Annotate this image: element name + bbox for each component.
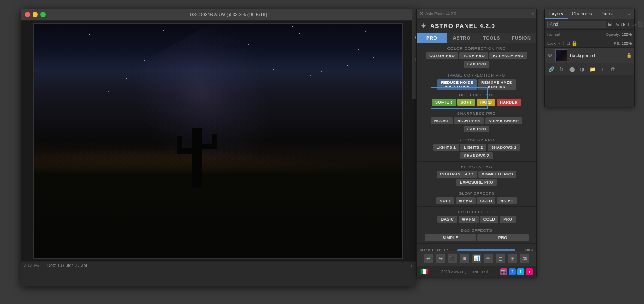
lights2-button[interactable]: LIGHTS 2	[460, 144, 486, 151]
contrast-pro-button[interactable]: CONTRAST PRO	[437, 171, 477, 178]
slider-section: MASK DENSITY 100% MASK FEATHER 1000px LA…	[417, 245, 536, 251]
tab-fusion[interactable]: FUSION	[507, 33, 537, 43]
lock-all-icon[interactable]: 🔒	[571, 40, 577, 46]
layers-search-input[interactable]	[547, 21, 606, 28]
super-sharp-button[interactable]: SUPER SHARP	[485, 117, 522, 124]
delete-layer-icon[interactable]: 🗑	[609, 65, 617, 73]
mask-circle-icon[interactable]: ⬤	[568, 65, 576, 73]
flickr-icon[interactable]: ●	[526, 268, 533, 275]
minimize-button[interactable]	[33, 12, 38, 17]
tone-pro-button[interactable]: TONE PRO	[459, 52, 488, 59]
filter-shape-icon[interactable]: ▭	[632, 21, 636, 28]
panel-expand-button[interactable]: «	[531, 11, 534, 16]
layer-lock-icon: 🔒	[626, 53, 632, 58]
instagram-icon[interactable]: 📷	[500, 268, 507, 275]
boost-button[interactable]: BOOST	[431, 117, 453, 124]
levels-button[interactable]: ≡	[460, 254, 469, 263]
lock-artboard-icon[interactable]: ⊞	[566, 40, 570, 46]
adjustment-icon[interactable]: ◑	[578, 65, 586, 73]
facebook-icon[interactable]: f	[509, 268, 516, 275]
shadows2-button[interactable]: SHADOWS 2	[460, 152, 492, 159]
orton-pro-button[interactable]: PRO	[500, 216, 516, 223]
divider-4	[417, 161, 536, 162]
layers-tab[interactable]: Layers	[545, 9, 568, 19]
orton-header: ORTON EFFECTS	[417, 208, 536, 215]
opacity-label: Opacity:	[606, 32, 620, 37]
reduce-noise-button[interactable]: REDUCE NOISEABERRATION	[437, 79, 477, 90]
soft-button[interactable]: SOFT	[457, 99, 475, 106]
lights1-button[interactable]: LIGHTS 1	[433, 144, 459, 151]
traffic-lights	[25, 12, 46, 17]
divider-5	[417, 188, 536, 188]
orton-basic-button[interactable]: BASIC	[437, 216, 458, 223]
recovery-buttons: LIGHTS 1 LIGHTS 2 SHADOWS 1 SHADOWS 2	[417, 143, 536, 160]
sharpness-header: SHARPNESS PRO	[417, 110, 536, 117]
fx-icon[interactable]: fx	[558, 65, 565, 73]
channels-tab[interactable]: Channels	[568, 9, 596, 19]
tab-tools[interactable]: TOOLS	[477, 33, 507, 43]
vignette-pro-button[interactable]: VIGNETTE PRO	[478, 171, 516, 178]
tab-astro[interactable]: ASTRO	[447, 33, 477, 43]
status-bar: 33.33% Doc: 137.3M/137.3M ›	[21, 261, 416, 269]
glow-soft-button[interactable]: SOFT	[436, 197, 454, 204]
link-icon[interactable]: 🔗	[547, 65, 555, 73]
remove-haze-button[interactable]: REMOVE HAZEBANDING	[478, 79, 516, 90]
image-canvas	[33, 23, 403, 259]
color-pro-button[interactable]: COLOR PRO	[426, 52, 458, 59]
orton-buttons: BASIC WARM COLD PRO	[417, 215, 536, 224]
undo-button[interactable]: ↩	[424, 254, 433, 263]
hot-pixel-buttons: SOFTER SOFT HARD HARDER	[417, 98, 536, 107]
lab-pro-button-cc[interactable]: LAB PRO	[464, 61, 489, 68]
harder-button[interactable]: HARDER	[497, 99, 522, 106]
panel-close-button[interactable]: ✕	[419, 12, 424, 16]
filter-more-icon[interactable]: ⬛	[638, 21, 644, 28]
layer-visibility-icon[interactable]: 👁	[547, 52, 553, 58]
lock-checkerboard-icon[interactable]: ▪	[559, 40, 560, 46]
close-button[interactable]	[25, 12, 30, 17]
filter-type-icon[interactable]: T	[627, 21, 630, 28]
glow-warm-button[interactable]: WARM	[456, 197, 476, 204]
background-layer-row[interactable]: 👁 Background 🔒	[545, 48, 634, 63]
softer-button[interactable]: SOFTER	[432, 99, 456, 106]
eraser-button[interactable]: ◻	[496, 254, 505, 263]
glow-cold-button[interactable]: COLD	[477, 197, 496, 204]
orton-cold-button[interactable]: COLD	[480, 216, 499, 223]
divider-3	[417, 135, 536, 135]
shadows1-button[interactable]: SHADOWS 1	[488, 144, 520, 151]
db-pro-button[interactable]: PRO	[477, 234, 529, 241]
filter-kind-icon[interactable]: ⊟	[608, 21, 612, 28]
tab-pro[interactable]: PRO	[417, 33, 447, 43]
brush-button[interactable]: ✏	[484, 254, 493, 263]
record-button[interactable]: ⬛	[448, 254, 457, 263]
twitter-icon[interactable]: t	[517, 268, 524, 275]
folder-icon[interactable]: 📁	[589, 65, 596, 73]
mask-density-track[interactable]	[457, 249, 515, 251]
paths-tab[interactable]: Paths	[596, 9, 617, 19]
filter-px-icon[interactable]: Px	[614, 21, 619, 28]
hard-button[interactable]: HARD	[477, 99, 495, 106]
fill-value: 100%	[622, 41, 632, 46]
grid-button[interactable]: ⊞	[508, 254, 517, 263]
filter-adj-icon[interactable]: ◑	[621, 21, 625, 28]
layers-collapse-button[interactable]: «	[625, 12, 634, 17]
exposure-pro-button[interactable]: EXPOSURE PRO	[456, 179, 497, 186]
balance-scale-button[interactable]: ⚖	[520, 254, 529, 263]
maximize-button[interactable]	[40, 12, 46, 17]
divider-8	[417, 243, 536, 244]
add-layer-icon[interactable]: +	[599, 65, 607, 73]
orton-warm-button[interactable]: WARM	[459, 216, 479, 223]
layers-toolbar: ⊟ Px ◑ T ▭ ⬛	[545, 19, 634, 30]
glow-night-button[interactable]: NIGHT	[497, 197, 517, 204]
db-header: D&B EFFECTS	[417, 227, 536, 233]
lock-move-icon[interactable]: ✛	[561, 40, 565, 46]
fill-label: Fill:	[614, 41, 620, 46]
panel-title: ASTRO PANEL 4.2.0	[430, 22, 495, 29]
status-arrow[interactable]: ›	[411, 263, 412, 268]
high-pass-button[interactable]: HIGH PASS	[454, 117, 483, 124]
hot-pixel-header: HOT PIXEL PRO	[417, 91, 536, 98]
db-simple-button[interactable]: SIMPLE	[425, 234, 476, 241]
lab-pro-button-sharp[interactable]: LAB PRO	[464, 126, 489, 132]
redo-button[interactable]: ↪	[436, 254, 445, 263]
histogram-button[interactable]: 📊	[472, 254, 481, 263]
balance-pro-button[interactable]: BALANCE PRO	[489, 52, 527, 59]
